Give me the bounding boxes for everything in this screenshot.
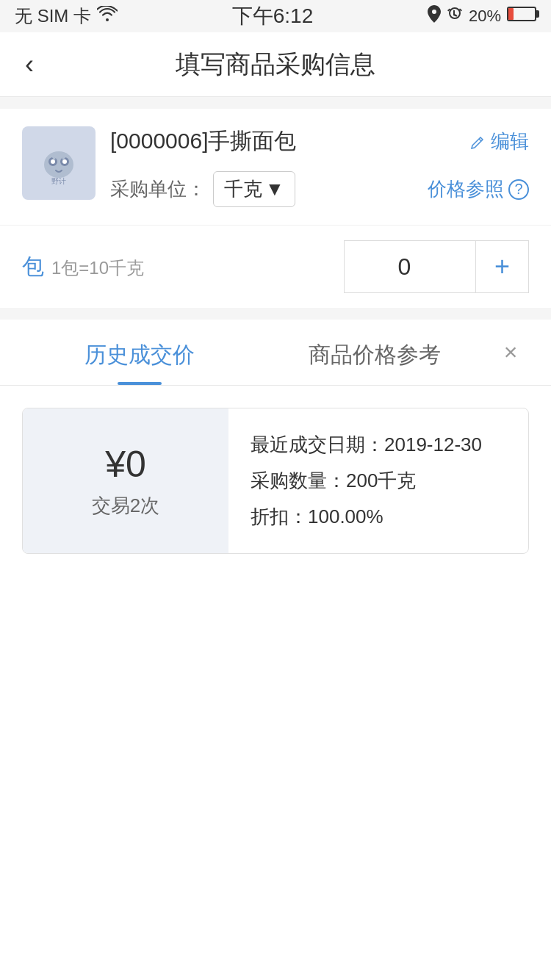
svg-point-0 xyxy=(44,151,73,178)
history-card: ¥0 交易2次 最近成交日期：2019-12-30 采购数量：200千克 折扣：… xyxy=(22,408,529,554)
price-ref-label: 价格参照 xyxy=(428,176,504,202)
status-right: 20% xyxy=(428,5,536,27)
discount-value: 100.00% xyxy=(308,505,383,527)
product-thumbnail: 野计 xyxy=(22,126,96,200)
unit-value: 千克 xyxy=(224,176,262,202)
edit-label: 编辑 xyxy=(491,129,529,154)
discount-label: 折扣： xyxy=(251,505,308,527)
dropdown-icon: ▼ xyxy=(265,178,284,201)
alarm-icon xyxy=(447,6,463,26)
quantity-unit-main: 包 xyxy=(22,252,44,282)
tab-close-button[interactable]: × xyxy=(492,334,529,371)
product-card: 野计 [0000006]手撕面包 编辑 采购单位： 千克 xyxy=(0,109,551,225)
history-discount: 折扣：100.00% xyxy=(251,504,506,530)
edit-button[interactable]: 编辑 xyxy=(470,129,529,154)
unit-row: 采购单位： 千克 ▼ 价格参照 ? xyxy=(110,171,529,207)
quantity-unit-info: 包 1包=10千克 xyxy=(22,252,144,282)
location-icon xyxy=(428,5,441,27)
svg-point-3 xyxy=(51,159,55,164)
tabs-panel: 历史成交价 商品价格参考 × ¥0 交易2次 最近成交日期：2019-12-30… xyxy=(0,320,551,576)
tab-product-price-ref[interactable]: 商品价格参考 xyxy=(257,320,492,385)
quantity-plus-button[interactable]: + xyxy=(476,240,529,293)
carrier-text: 无 SIM 卡 xyxy=(15,4,91,28)
nav-bar: ‹ 填写商品采购信息 xyxy=(0,32,551,97)
battery-percent: 20% xyxy=(469,7,501,26)
unit-label: 采购单位： xyxy=(110,176,206,202)
history-purchase-qty: 采购数量：200千克 xyxy=(251,468,506,494)
purchase-qty-label: 采购数量： xyxy=(251,469,346,491)
price-ref-button[interactable]: 价格参照 ? xyxy=(428,176,529,202)
status-left: 无 SIM 卡 xyxy=(15,4,118,28)
product-header: 野计 [0000006]手撕面包 编辑 采购单位： 千克 xyxy=(22,126,529,207)
product-name: [0000006]手撕面包 xyxy=(110,126,296,156)
history-count: 交易2次 xyxy=(92,493,159,519)
history-recent-date: 最近成交日期：2019-12-30 xyxy=(251,432,506,458)
page-title: 填写商品采购信息 xyxy=(176,48,375,82)
tabs-header: 历史成交价 商品价格参考 × xyxy=(0,320,551,386)
help-icon: ? xyxy=(508,179,529,200)
quantity-input[interactable] xyxy=(344,240,476,293)
quantity-input-area: + xyxy=(344,240,529,293)
history-card-right: 最近成交日期：2019-12-30 采购数量：200千克 折扣：100.00% xyxy=(228,408,528,553)
quantity-unit-conversion: 1包=10千克 xyxy=(51,256,144,280)
wifi-icon xyxy=(97,6,118,26)
history-price: ¥0 xyxy=(105,443,146,486)
status-bar: 无 SIM 卡 下午6:12 20% xyxy=(0,0,551,32)
battery-icon xyxy=(507,7,536,26)
recent-date-label: 最近成交日期： xyxy=(251,433,384,455)
tab-history-price[interactable]: 历史成交价 xyxy=(22,320,257,385)
page-bottom xyxy=(0,576,551,980)
product-info: [0000006]手撕面包 编辑 采购单位： 千克 ▼ xyxy=(110,126,529,207)
unit-select[interactable]: 千克 ▼ xyxy=(213,171,295,207)
history-content: ¥0 交易2次 最近成交日期：2019-12-30 采购数量：200千克 折扣：… xyxy=(0,386,551,576)
quantity-row: 包 1包=10千克 + xyxy=(0,225,551,308)
back-button[interactable]: ‹ xyxy=(18,42,41,87)
svg-point-4 xyxy=(62,159,67,164)
svg-text:野计: 野计 xyxy=(51,177,66,185)
status-time: 下午6:12 xyxy=(232,2,314,30)
purchase-qty-value: 200千克 xyxy=(346,469,416,491)
recent-date-value: 2019-12-30 xyxy=(384,433,482,455)
history-card-left: ¥0 交易2次 xyxy=(23,408,228,553)
product-name-row: [0000006]手撕面包 编辑 xyxy=(110,126,529,156)
